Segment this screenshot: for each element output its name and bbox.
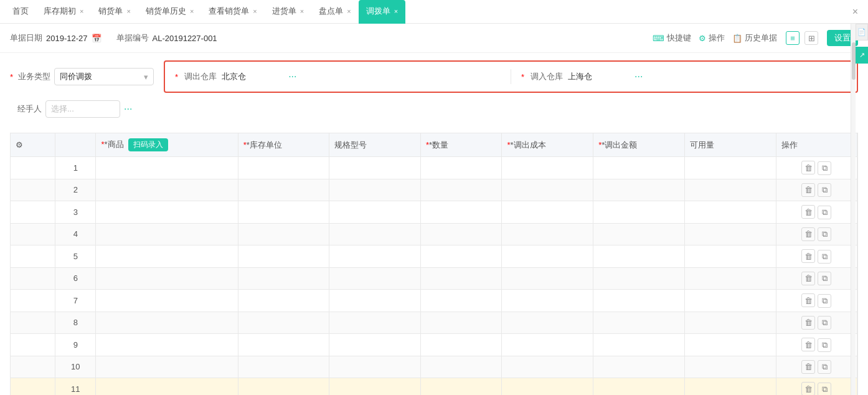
row-avail[interactable] <box>684 157 776 179</box>
row-product[interactable] <box>96 290 238 312</box>
copy-btn[interactable]: ⧉ <box>818 161 831 175</box>
copy-btn[interactable]: ⧉ <box>818 227 831 241</box>
row-amount[interactable] <box>593 267 685 290</box>
copy-btn[interactable]: ⧉ <box>818 206 831 219</box>
row-cost[interactable] <box>502 334 593 356</box>
row-product[interactable] <box>96 179 238 201</box>
row-amount[interactable] <box>593 179 685 201</box>
row-product[interactable] <box>96 223 238 245</box>
row-amount[interactable] <box>593 334 685 356</box>
row-spec[interactable] <box>329 290 421 312</box>
row-avail[interactable] <box>684 356 776 378</box>
tab-sales-history[interactable]: 销货单历史 × <box>138 0 201 24</box>
row-unit[interactable] <box>238 290 329 312</box>
tab-transfer[interactable]: 调拨单 × <box>359 0 405 24</box>
row-product[interactable] <box>96 312 238 334</box>
row-amount[interactable] <box>593 245 685 268</box>
delete-btn[interactable]: 🗑 <box>801 161 815 174</box>
right-panel-export-btn[interactable]: ↗ <box>856 47 868 64</box>
row-spec[interactable] <box>329 378 421 396</box>
row-spec[interactable] <box>329 201 421 224</box>
row-spec[interactable] <box>329 356 421 378</box>
row-product[interactable] <box>96 267 238 290</box>
shortcut-action[interactable]: ⌨ 快捷键 <box>653 32 691 44</box>
row-qty[interactable] <box>421 378 502 396</box>
tab-inventory-check[interactable]: 盘点单 × <box>311 0 358 24</box>
row-avail[interactable] <box>684 312 776 334</box>
delete-btn[interactable]: 🗑 <box>801 338 815 351</box>
row-unit[interactable] <box>238 312 329 334</box>
copy-btn[interactable]: ⧉ <box>818 183 831 197</box>
row-unit[interactable] <box>238 378 329 396</box>
history-action[interactable]: 📋 历史单据 <box>732 32 777 44</box>
scrollbar-track[interactable] <box>851 24 856 395</box>
row-qty[interactable] <box>421 157 502 179</box>
row-avail[interactable] <box>684 334 776 356</box>
handler-select[interactable]: 选择... <box>45 100 120 118</box>
row-qty[interactable] <box>421 356 502 378</box>
scrollbar-thumb[interactable] <box>852 42 856 80</box>
row-cost[interactable] <box>502 378 593 396</box>
row-amount[interactable] <box>593 356 685 378</box>
row-avail[interactable] <box>684 223 776 245</box>
delete-btn[interactable]: 🗑 <box>801 227 815 241</box>
delete-btn[interactable]: 🗑 <box>801 249 815 263</box>
row-spec[interactable] <box>329 179 421 201</box>
row-unit[interactable] <box>238 157 329 179</box>
copy-btn[interactable]: ⧉ <box>818 250 831 264</box>
tab-sales-order-close[interactable]: × <box>126 7 130 15</box>
row-product[interactable] <box>96 201 238 224</box>
row-qty[interactable] <box>421 223 502 245</box>
tab-inventory-check-close[interactable]: × <box>347 7 351 15</box>
calendar-icon[interactable]: 📅 <box>92 34 101 43</box>
row-spec[interactable] <box>329 267 421 290</box>
row-spec[interactable] <box>329 334 421 356</box>
row-cost[interactable] <box>502 356 593 378</box>
th-gear[interactable]: ⚙ <box>11 133 55 157</box>
row-product[interactable] <box>96 334 238 356</box>
tab-purchase-close[interactable]: × <box>300 7 304 15</box>
tab-sales-history-close[interactable]: × <box>190 7 194 15</box>
copy-btn[interactable]: ⧉ <box>818 294 831 308</box>
tab-bar-close-button[interactable]: × <box>847 6 863 17</box>
list-view-btn[interactable]: ≡ <box>786 31 800 45</box>
tab-home[interactable]: 首页 <box>5 0 36 24</box>
business-type-select[interactable]: 同价调拨 ▾ <box>54 68 154 85</box>
row-qty[interactable] <box>421 312 502 334</box>
copy-btn[interactable]: ⧉ <box>818 383 831 396</box>
row-unit[interactable] <box>238 334 329 356</box>
row-product[interactable] <box>96 245 238 268</box>
row-amount[interactable] <box>593 378 685 396</box>
row-avail[interactable] <box>684 245 776 268</box>
handler-more-btn[interactable]: ··· <box>124 103 132 115</box>
copy-btn[interactable]: ⧉ <box>818 272 831 285</box>
row-qty[interactable] <box>421 245 502 268</box>
row-cost[interactable] <box>502 179 593 201</box>
delete-btn[interactable]: 🗑 <box>801 272 815 285</box>
row-cost[interactable] <box>502 201 593 224</box>
right-panel-doc-btn[interactable]: 📄 <box>856 24 868 40</box>
row-product[interactable] <box>96 378 238 396</box>
delete-btn[interactable]: 🗑 <box>801 382 815 395</box>
scan-btn[interactable]: 扫码录入 <box>128 138 168 151</box>
copy-btn[interactable]: ⧉ <box>818 360 831 374</box>
out-warehouse-more-btn[interactable]: ··· <box>288 71 296 82</box>
row-avail[interactable] <box>684 267 776 290</box>
tab-sales-order[interactable]: 销货单 × <box>91 0 138 24</box>
row-avail[interactable] <box>684 290 776 312</box>
row-cost[interactable] <box>502 223 593 245</box>
row-amount[interactable] <box>593 201 685 224</box>
row-amount[interactable] <box>593 157 685 179</box>
row-avail[interactable] <box>684 378 776 396</box>
row-qty[interactable] <box>421 201 502 224</box>
tab-view-sales-close[interactable]: × <box>253 7 257 15</box>
row-cost[interactable] <box>502 290 593 312</box>
row-avail[interactable] <box>684 201 776 224</box>
row-cost[interactable] <box>502 157 593 179</box>
row-spec[interactable] <box>329 157 421 179</box>
row-spec[interactable] <box>329 312 421 334</box>
row-spec[interactable] <box>329 223 421 245</box>
tab-purchase[interactable]: 进货单 × <box>265 0 311 24</box>
row-unit[interactable] <box>238 245 329 268</box>
row-product[interactable] <box>96 157 238 179</box>
